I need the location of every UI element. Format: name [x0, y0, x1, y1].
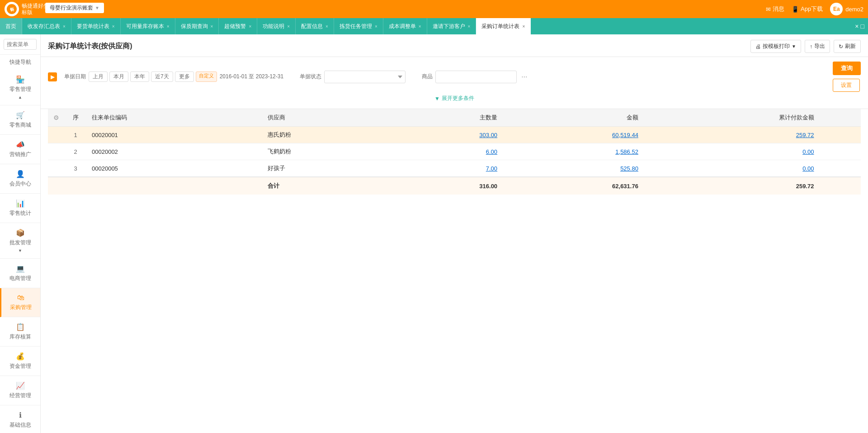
- row-2-amount[interactable]: 1,586.52: [503, 143, 644, 160]
- close-tab-available-stock[interactable]: ×: [167, 24, 170, 29]
- row-1-amount[interactable]: 60,519.44: [503, 127, 644, 143]
- query-button[interactable]: 查询: [833, 62, 861, 75]
- sidebar-item-retail[interactable]: 🏪 零售管理 ▲: [0, 70, 40, 105]
- messages-link[interactable]: ✉ 消息: [766, 5, 784, 13]
- expand-more-button[interactable]: ▼ 展开更多条件: [434, 95, 474, 102]
- close-tab-expiry-query[interactable]: ×: [211, 24, 213, 29]
- row-2-no: 2: [65, 143, 86, 160]
- goods-ellipsis-button[interactable]: ···: [519, 73, 529, 81]
- close-tab-overstock[interactable]: ×: [249, 24, 251, 29]
- close-tab-order-summary[interactable]: ×: [112, 24, 115, 29]
- nav-tabs-bar: 首页 收发存汇总表 × 要货单统计表 × 可用量库存账本 × 保质期查询 × 超…: [0, 18, 868, 34]
- goods-input[interactable]: [435, 71, 517, 83]
- sidebar-item-retail-stats[interactable]: 📊 零售统计: [0, 194, 40, 223]
- table-row: 3 00020005 好孩子 7.00 525.80 0.00: [48, 160, 861, 177]
- status-select[interactable]: [324, 71, 406, 83]
- sidebar-item-finance[interactable]: 💰 资金管理: [0, 347, 40, 376]
- close-tab-cost-adjust[interactable]: ×: [419, 24, 421, 29]
- tab-pick-task[interactable]: 拣货任务管理 ×: [334, 18, 383, 34]
- goods-filter-group: 商品 ···: [422, 71, 529, 83]
- row-3-paid-amount[interactable]: 0.00: [644, 160, 820, 177]
- tab-feature-guide[interactable]: 功能说明 ×: [257, 18, 296, 34]
- date-label: 单据日期: [64, 73, 86, 81]
- export-button[interactable]: ↑ 导出: [805, 40, 830, 53]
- settings-button[interactable]: 设置: [833, 79, 860, 92]
- tab-cost-adjust[interactable]: 成本调整单 ×: [383, 18, 427, 34]
- date-btn-this-month[interactable]: 本月: [109, 71, 128, 82]
- print-button[interactable]: 🖨 按模板打印 ▼: [750, 40, 801, 53]
- row-3-qty[interactable]: 7.00: [393, 160, 503, 177]
- tab-home[interactable]: 首页: [0, 18, 22, 34]
- sidebar-item-ecommerce[interactable]: 💻 电商管理: [0, 259, 40, 288]
- row-3-no: 3: [65, 160, 86, 177]
- page-header: 采购订单统计表(按供应商) 🖨 按模板打印 ▼ ↑ 导出 ↻ 刷新: [41, 34, 868, 57]
- status-filter-group: 单据状态: [300, 71, 406, 83]
- filter-toggle-button[interactable]: ▶: [48, 72, 57, 81]
- close-tab-receive-send[interactable]: ×: [63, 24, 66, 29]
- row-2-paid-amount[interactable]: 0.00: [644, 143, 820, 160]
- sidebar-item-quick-nav[interactable]: 快捷导航: [0, 55, 40, 70]
- sidebar-item-purchase[interactable]: 🛍 采购管理: [0, 288, 40, 317]
- app-download-link[interactable]: 📱 App下载: [792, 5, 823, 13]
- sidebar-item-operations[interactable]: 📈 经营管理: [0, 376, 40, 405]
- tab-invite-downstream[interactable]: 邀请下游客户 ×: [427, 18, 476, 34]
- close-all-tabs-icon[interactable]: ×: [855, 23, 859, 30]
- refresh-button[interactable]: ↻ 刷新: [834, 40, 861, 53]
- sidebar-item-member[interactable]: 👤 会员中心: [0, 164, 40, 194]
- close-tab-feature-guide[interactable]: ×: [287, 24, 290, 29]
- row-2-qty[interactable]: 6.00: [393, 143, 503, 160]
- column-settings-icon[interactable]: ⚙: [53, 114, 59, 121]
- close-tab-invite-downstream[interactable]: ×: [468, 24, 471, 29]
- data-table-container: ⚙ 序 往来单位编码 供应商 主数量 金额 累计付款金额 1: [41, 109, 868, 433]
- row-2-extra: [820, 143, 861, 160]
- print-chevron-icon: ▼: [792, 44, 796, 49]
- finance-icon: 💰: [16, 352, 25, 361]
- tab-purchase-summary[interactable]: 采购订单统计表 ×: [476, 18, 531, 34]
- col-paid-amount-header: 累计付款金额: [644, 109, 820, 127]
- date-btn-more[interactable]: 更多: [175, 71, 194, 82]
- tab-expiry-query[interactable]: 保质期查询 ×: [175, 18, 219, 34]
- sidebar-item-retail-shop[interactable]: 🛒 零售商城: [0, 105, 40, 135]
- tab-config[interactable]: 配置信息 ×: [296, 18, 334, 34]
- retail-icon: 🏪: [16, 75, 25, 84]
- row-2-unit-code: 00020002: [86, 143, 262, 160]
- message-icon: ✉: [766, 6, 771, 13]
- status-label: 单据状态: [300, 73, 321, 81]
- tab-order-summary[interactable]: 要货单统计表 ×: [71, 18, 121, 34]
- close-tab-pick-task[interactable]: ×: [375, 24, 377, 29]
- sidebar-item-inventory[interactable]: 📋 库存核算: [0, 317, 40, 347]
- user-area[interactable]: Ea demo2: [830, 3, 863, 15]
- page-title: 采购订单统计表(按供应商): [48, 42, 132, 51]
- sidebar-item-marketing[interactable]: 📣 营销推广: [0, 135, 40, 164]
- sidebar-item-basic-info[interactable]: ℹ 基础信息: [0, 405, 40, 433]
- retail-shop-icon: 🛒: [16, 111, 25, 119]
- col-unit-code-header: 往来单位编码: [86, 109, 262, 127]
- workspace-selector[interactable]: 母婴行业演示账套 ▼: [45, 3, 104, 13]
- row-1-qty[interactable]: 303.00: [393, 127, 503, 143]
- row-1-supplier: 惠氏奶粉: [262, 127, 393, 143]
- date-btn-last-month[interactable]: 上月: [89, 71, 108, 82]
- tab-available-stock[interactable]: 可用量库存账本 ×: [121, 18, 175, 34]
- tab-receive-send[interactable]: 收发存汇总表 ×: [22, 18, 71, 34]
- mobile-icon: 📱: [792, 6, 799, 13]
- close-tab-config[interactable]: ×: [326, 24, 328, 29]
- date-btn-this-year[interactable]: 本年: [130, 71, 149, 82]
- sidebar-search-area[interactable]: [0, 34, 40, 55]
- table-header-row: ⚙ 序 往来单位编码 供应商 主数量 金额 累计付款金额: [48, 109, 861, 127]
- sidebar: 快捷导航 🏪 零售管理 ▲ 🛒 零售商城 📣 营销推广 👤 会员中心 📊 零售统…: [0, 34, 41, 433]
- search-input[interactable]: [4, 39, 37, 50]
- footer-no: [65, 177, 86, 195]
- filter-expand-area: ▼ 展开更多条件: [48, 92, 861, 104]
- avatar: Ea: [830, 3, 843, 15]
- expand-icon: ▼: [434, 95, 440, 102]
- sidebar-item-wholesale[interactable]: 📦 批发管理 ▼: [0, 223, 40, 259]
- footer-paid-amount: 259.72: [644, 177, 820, 195]
- tab-overstock[interactable]: 超储预警 ×: [219, 18, 257, 34]
- close-tab-purchase-summary[interactable]: ×: [522, 24, 525, 29]
- quick-nav-label: 快捷导航: [9, 58, 31, 66]
- date-btn-7days[interactable]: 近7天: [151, 71, 173, 82]
- row-1-paid-amount[interactable]: 259.72: [644, 127, 820, 143]
- col-extra-header: [820, 109, 861, 127]
- row-3-amount[interactable]: 525.80: [503, 160, 644, 177]
- maximize-icon[interactable]: □: [861, 23, 864, 30]
